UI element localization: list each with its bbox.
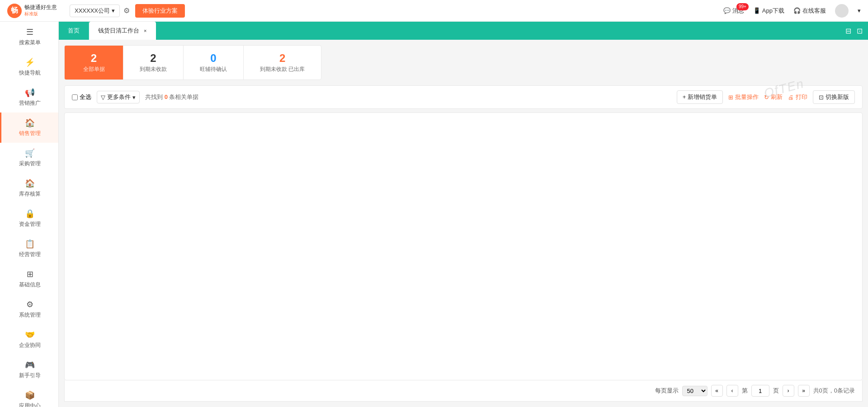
page-input[interactable]: 1 (751, 385, 769, 397)
stat-shipped[interactable]: 2 到期未收款 已出库 (244, 46, 321, 80)
stat-shipped-label: 到期未收款 已出库 (260, 65, 305, 73)
tab-close-icon[interactable]: × (144, 28, 146, 33)
sidebar-label: 基础信息 (19, 281, 41, 289)
stat-pending-number: 0 (210, 52, 216, 65)
sidebar-item-guide[interactable]: 🎮 新手引导 (0, 355, 58, 385)
tab-workbench[interactable]: 钱货日清工作台 × (89, 22, 156, 40)
stat-all[interactable]: 2 全部单据 (65, 46, 123, 80)
sidebar-label: 库存核算 (19, 190, 41, 198)
next-page-btn[interactable]: › (783, 385, 794, 397)
app-logo: 畅 畅捷通好生意 标准版 (7, 4, 66, 18)
settings-icon[interactable]: ⚙ (123, 6, 130, 15)
company-selector[interactable]: XXXXXX公司 ▾ (70, 5, 120, 17)
sidebar-label: 经营管理 (19, 251, 41, 258)
sidebar-item-sales[interactable]: 🏠 销售管理 (0, 112, 58, 143)
app-download-btn[interactable]: 📱 App下载 (753, 7, 784, 15)
refresh-icon: ↻ (764, 94, 769, 101)
chevron-down-icon: ▾ (132, 94, 136, 101)
sidebar-item-search[interactable]: ☰ 搜索菜单 (0, 22, 58, 52)
sidebar-item-appstore[interactable]: 📦 应用中心 (0, 385, 58, 407)
nav-icon: ⚡ (25, 57, 35, 67)
maximize-icon[interactable]: ⊡ (857, 27, 863, 35)
workbench-tab-label: 钱货日清工作台 (98, 27, 139, 35)
stat-shipped-number: 2 (279, 52, 285, 65)
marketing-icon: 📢 (25, 88, 35, 98)
batch-icon: ⊞ (728, 94, 733, 101)
select-all-label: 全选 (80, 93, 91, 101)
last-page-btn[interactable]: » (798, 385, 810, 397)
first-page-btn[interactable]: « (711, 385, 723, 397)
toolbar-left: 全选 ▽ 更多条件 ▾ 共找到 0 条相关单据 (72, 91, 671, 103)
sidebar-label: 系统管理 (19, 311, 41, 319)
add-btn[interactable]: + 新增销货单 (677, 90, 723, 104)
sidebar-item-marketing[interactable]: 📢 营销推广 (0, 82, 58, 112)
home-tab-label: 首页 (68, 27, 80, 35)
logo-text: 畅捷通好生意 (24, 4, 57, 11)
sidebar-item-inventory[interactable]: 🏠 库存核算 (0, 173, 58, 203)
toolbar: 全选 ▽ 更多条件 ▾ 共找到 0 条相关单据 + 新增销货单 ⊞ 批量操作 (64, 85, 863, 109)
user-name[interactable]: ▾ (858, 7, 861, 14)
tabbar-actions: ⊟ ⊡ (845, 22, 868, 40)
topbar-right: 💬 消息 99+ 📱 App下载 🎧 在线客服 ▾ (723, 4, 861, 18)
sidebar-item-finance[interactable]: 🔒 资金管理 (0, 203, 58, 234)
sidebar-item-nav[interactable]: ⚡ 快捷导航 (0, 52, 58, 82)
prev-page-btn[interactable]: ‹ (726, 385, 738, 397)
minimize-icon[interactable]: ⊟ (845, 27, 851, 35)
tab-home[interactable]: 首页 (59, 22, 89, 40)
switch-icon: ⊡ (819, 94, 824, 101)
topbar: 畅 畅捷通好生意 标准版 XXXXXX公司 ▾ ⚙ 体验行业方案 💬 消息 99… (0, 0, 868, 22)
stat-overdue-number: 2 (150, 52, 156, 65)
found-count: 0 (165, 94, 168, 100)
page-content: 2 全部单据 2 到期未收款 0 旺辅待确认 2 到期未收款 已出库 全选 (59, 40, 868, 407)
online-service-btn[interactable]: 🎧 在线客服 (793, 7, 826, 15)
select-all-checkbox[interactable] (72, 94, 78, 100)
filter-btn[interactable]: ▽ 更多条件 ▾ (97, 91, 140, 103)
sidebar-item-system[interactable]: ⚙ 系统管理 (0, 294, 58, 324)
print-icon: 🖨 (788, 94, 794, 101)
stat-all-number: 2 (91, 52, 97, 65)
sidebar-item-operation[interactable]: 📋 经营管理 (0, 234, 58, 264)
sales-icon: 🏠 (25, 118, 35, 128)
download-icon: 📱 (753, 7, 760, 14)
batch-btn[interactable]: ⊞ 批量操作 (728, 93, 759, 101)
filter-icon: ▽ (101, 94, 105, 101)
sidebar-label: 搜索菜单 (19, 39, 41, 47)
logo-sub: 标准版 (24, 11, 57, 17)
message-btn[interactable]: 💬 消息 99+ (723, 7, 744, 15)
per-page-select[interactable]: 50 100 200 (682, 386, 708, 396)
trial-btn[interactable]: 体验行业方案 (135, 4, 185, 18)
print-btn[interactable]: 🖨 打印 (788, 93, 807, 101)
pagination: 每页显示 50 100 200 « ‹ 第 1 页 › » 共0页，0条记录 (64, 380, 863, 402)
stat-pending-label: 旺辅待确认 (200, 65, 227, 73)
stat-overdue[interactable]: 2 到期未收款 (123, 46, 184, 80)
stat-all-label: 全部单据 (83, 65, 105, 73)
sidebar-label: 营销推广 (19, 99, 41, 107)
sidebar-item-collab[interactable]: 🤝 企业协同 (0, 324, 58, 355)
table-area (64, 112, 863, 380)
refresh-btn[interactable]: ↻ 刷新 (764, 93, 783, 101)
main-content: 首页 钱货日清工作台 × ⊟ ⊡ 2 全部单据 2 到期未收款 0 旺辅待确认 (59, 22, 868, 407)
chevron-down-icon: ▾ (112, 7, 115, 14)
guide-icon: 🎮 (25, 360, 35, 370)
select-all-wrapper[interactable]: 全选 (72, 93, 91, 101)
sidebar: ☰ 搜索菜单 ⚡ 快捷导航 📢 营销推广 🏠 销售管理 🛒 采购管理 🏠 库存核… (0, 22, 59, 407)
toolbar-right: + 新增销货单 ⊞ 批量操作 ↻ 刷新 🖨 打印 ⊡ 切换新版 (677, 90, 855, 104)
search-menu-icon: ☰ (26, 27, 33, 37)
sidebar-label: 快捷导航 (19, 69, 41, 77)
message-badge: 99+ (736, 3, 749, 10)
purchase-icon: 🛒 (25, 148, 35, 158)
page-suffix: 页 (773, 387, 779, 395)
avatar[interactable] (835, 4, 849, 18)
found-text: 共找到 0 条相关单据 (145, 93, 198, 101)
per-page-label: 每页显示 (655, 387, 679, 395)
collab-icon: 🤝 (25, 330, 35, 340)
sidebar-label: 新手引导 (19, 372, 41, 379)
switch-btn[interactable]: ⊡ 切换新版 (813, 90, 855, 104)
stat-pending[interactable]: 0 旺辅待确认 (184, 46, 244, 80)
logo-icon: 畅 (7, 4, 22, 18)
service-icon: 🎧 (793, 7, 801, 14)
stat-overdue-label: 到期未收款 (140, 65, 167, 73)
sidebar-item-purchase[interactable]: 🛒 采购管理 (0, 143, 58, 173)
basic-icon: ⊞ (27, 269, 33, 279)
sidebar-item-basic[interactable]: ⊞ 基础信息 (0, 264, 58, 294)
